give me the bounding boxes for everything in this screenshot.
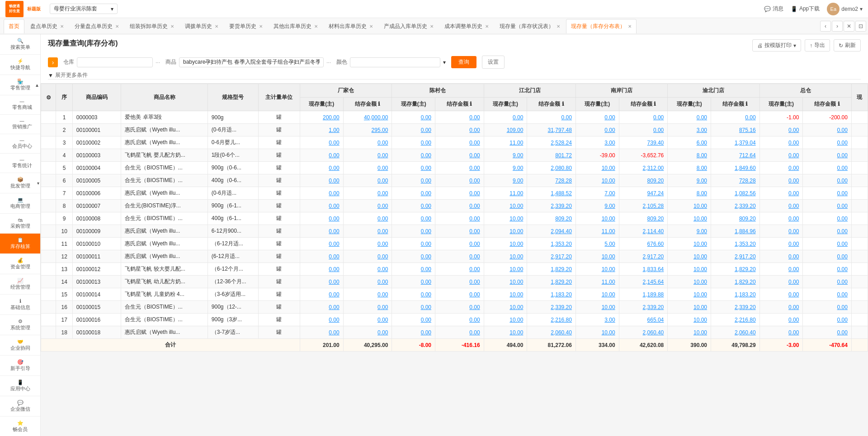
goods-input[interactable] xyxy=(179,57,324,67)
sidebar-item-app-center[interactable]: 📱 应用中心 xyxy=(0,376,40,396)
tab-material-history[interactable]: 材料出库单历史 ✕ xyxy=(324,19,378,33)
expand-toggle-btn[interactable]: › xyxy=(48,57,58,67)
row-spec: (0-6月适... xyxy=(208,187,258,200)
app-download-btn[interactable]: 📱 App下载 xyxy=(791,5,820,13)
row-settings[interactable] xyxy=(41,326,56,339)
nanan-stock-header: 现存量(主) xyxy=(576,98,619,111)
sidebar-item-purchase[interactable]: 🛍 采购管理 xyxy=(0,214,40,234)
summary-factory-stock: 201.00 xyxy=(300,339,343,352)
tab-close[interactable]: ✕ xyxy=(115,24,119,29)
zongcang-amount: 0.00 xyxy=(803,225,852,238)
settings-btn[interactable]: 设置 xyxy=(482,56,505,69)
row-settings[interactable] xyxy=(41,162,56,174)
sidebar-item-ecommerce[interactable]: 💻 电商管理 xyxy=(0,193,40,214)
row-name: 飞鹤星飞帆 幼儿配方奶... xyxy=(121,276,208,288)
query-btn[interactable]: 查询 xyxy=(451,56,476,68)
tab-inventory-status[interactable]: 现存量（库存状况表） ✕ xyxy=(495,19,565,33)
export-btn[interactable]: ↑ 导出 xyxy=(805,39,830,52)
warehouse-dots[interactable]: ··· xyxy=(156,59,160,66)
warehouse-input[interactable] xyxy=(77,57,153,67)
sidebar-item-corp[interactable]: 🤝 企业协同 xyxy=(0,335,40,356)
tab-close[interactable]: ✕ xyxy=(557,24,560,29)
sidebar-item-member2[interactable]: ⭐ 畅会员 xyxy=(0,417,40,436)
sidebar-item-inventory[interactable]: 📋 库存核算 xyxy=(0,234,40,254)
sidebar-item-shortcut[interactable]: ⚡ 快捷导航 xyxy=(0,55,40,75)
sidebar-item-guide[interactable]: 🎯 新手引导 xyxy=(0,356,40,376)
chenjia-amount-header: 结存金额 ℹ xyxy=(435,98,484,111)
tab-home[interactable]: 首页 xyxy=(4,19,24,33)
tab-close[interactable]: ✕ xyxy=(369,24,373,29)
sidebar-item-member[interactable]: — 会员中心 xyxy=(0,134,40,154)
tab-close[interactable]: ✕ xyxy=(430,24,434,29)
sidebar-item-wholesale[interactable]: 📦 批发管理 ▾ xyxy=(0,173,40,193)
tab-close[interactable]: ✕ xyxy=(215,24,218,29)
sidebar-item-retail-mgmt[interactable]: 🏪 零售管理 ▲ xyxy=(0,75,40,95)
sidebar-item-retail-store[interactable]: — 零售商城 xyxy=(0,95,40,115)
row-settings[interactable] xyxy=(41,124,56,136)
tab-close[interactable]: ✕ xyxy=(60,24,64,29)
user-info[interactable]: Ea demo2 ▾ xyxy=(827,3,863,15)
tab-close[interactable]: ✕ xyxy=(314,24,318,29)
print-btn[interactable]: 🖨 按模版打印 ▾ xyxy=(752,39,801,52)
tab-cost-history[interactable]: 成本调整单历史 ✕ xyxy=(439,19,494,33)
sidebar-item-system[interactable]: ⚙ 系统管理 xyxy=(0,315,40,335)
row-settings[interactable] xyxy=(41,276,56,288)
jiangbei-stock: 10.00 xyxy=(484,263,527,276)
nanan-amount: 1,189.88 xyxy=(619,288,668,301)
row-settings[interactable] xyxy=(41,314,56,326)
row-settings[interactable] xyxy=(41,174,56,187)
row-settings[interactable] xyxy=(41,238,56,250)
row-settings[interactable] xyxy=(41,250,56,263)
tab-production-history[interactable]: 产成品入库单历史 ✕ xyxy=(379,19,439,33)
row-settings[interactable] xyxy=(41,288,56,301)
sidebar-item-operation[interactable]: 📈 经营管理 xyxy=(0,274,40,295)
extra-col xyxy=(851,162,868,174)
col-settings-header[interactable]: ⚙ xyxy=(41,84,56,111)
tab-transfer-history[interactable]: 调拨单历史 ✕ xyxy=(180,19,223,33)
tab-close[interactable]: ✕ xyxy=(628,24,632,29)
sidebar-item-basic[interactable]: ℹ 基础信息 xyxy=(0,295,40,315)
row-settings[interactable] xyxy=(41,225,56,238)
goods-dots[interactable]: ··· xyxy=(326,59,331,66)
tab-close[interactable]: ✕ xyxy=(485,24,489,29)
sidebar-item-search[interactable]: 🔍 搜索英单 xyxy=(0,34,40,55)
branch-selector[interactable]: 母婴行业演示陈套 ▾ xyxy=(50,4,118,14)
tab-inventory-history[interactable]: 盘点单历史 ✕ xyxy=(25,19,69,33)
factory-amount: 0.00 xyxy=(343,263,392,276)
row-settings[interactable] xyxy=(41,212,56,225)
row-settings[interactable] xyxy=(41,187,56,200)
tab-close[interactable]: ✕ xyxy=(259,24,263,29)
color-input[interactable] xyxy=(350,57,440,67)
row-settings[interactable] xyxy=(41,111,56,124)
row-settings[interactable] xyxy=(41,200,56,212)
refresh-btn[interactable]: ↻ 刷新 xyxy=(834,39,861,52)
tab-branch-history[interactable]: 分量盘点单历史 ✕ xyxy=(70,19,124,33)
zongcang-amount: 0.00 xyxy=(803,288,852,301)
tabs-prev-btn[interactable]: ‹ xyxy=(820,21,831,32)
row-settings[interactable] xyxy=(41,136,56,149)
color-dropdown-arrow[interactable]: ▾ xyxy=(443,59,446,66)
sidebar-item-marketing[interactable]: — 营销推广 xyxy=(0,115,40,134)
sidebar-item-finance[interactable]: 💰 资金管理 xyxy=(0,254,40,274)
tabs-expand-btn[interactable]: ⊡ xyxy=(855,21,866,32)
tab-assembly-history[interactable]: 组装拆卸单历史 ✕ xyxy=(125,19,179,33)
sidebar-item-wechat[interactable]: 💬 企业微信 xyxy=(0,396,40,417)
factory-stock: 0.00 xyxy=(300,187,343,200)
table-container[interactable]: ⚙ 序 商品编码 商品名称 规格型号 主计量单位 厂家仓 陈村仓 江北门店 南岸… xyxy=(41,84,868,436)
tab-order-history[interactable]: 要货单历史 ✕ xyxy=(224,19,268,33)
row-code: 00100015 xyxy=(72,301,121,314)
row-settings[interactable] xyxy=(41,263,56,276)
row-settings[interactable] xyxy=(41,301,56,314)
zongcang-amount: 0.00 xyxy=(803,174,852,187)
sidebar-item-retail-stats[interactable]: — 零售统计 xyxy=(0,154,40,173)
message-btn[interactable]: 💬 消息 xyxy=(764,5,783,13)
tab-outbound-history[interactable]: 其他出库单历史 ✕ xyxy=(269,19,323,33)
expand-more-btn[interactable]: ▼ 展开更多条件 xyxy=(48,71,861,79)
tab-close[interactable]: ✕ xyxy=(170,24,174,29)
tab-inventory-distribution[interactable]: 现存量（库存分布表） ✕ xyxy=(566,19,637,33)
row-settings[interactable] xyxy=(41,149,56,162)
tabs-close-btn[interactable]: ✕ xyxy=(844,21,854,32)
tabs-next-btn[interactable]: › xyxy=(832,21,843,32)
page-title: 现存量查询(库存分布) xyxy=(48,39,118,48)
extra-col xyxy=(851,250,868,263)
